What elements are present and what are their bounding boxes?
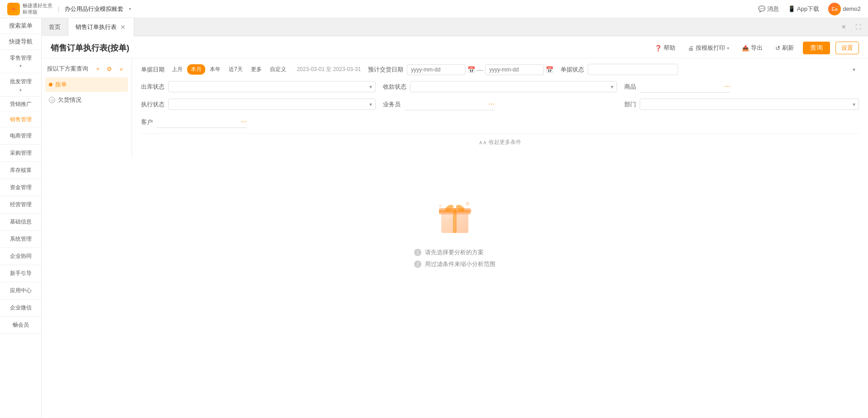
tab-bar: 首页 销售订单执行表 ✕ ✕ ⛶ <box>42 18 868 36</box>
empty-state-icon <box>432 192 477 238</box>
export-label: 导出 <box>751 44 763 52</box>
calendar-start-icon[interactable]: 📅 <box>467 66 475 73</box>
sidebar-item-appstore-label: 应用中心 <box>10 287 32 294</box>
sidebar-item-member[interactable]: 畅会员 <box>0 317 41 334</box>
payment-status-select[interactable] <box>410 81 618 92</box>
template-print-arrow-icon: ▾ <box>727 46 729 51</box>
tab-sales-order-close[interactable]: ✕ <box>119 24 127 31</box>
sidebar-sub-item-marketing[interactable]: 营销推广 <box>0 97 41 112</box>
help-button[interactable]: ❓ 帮助 <box>651 42 679 54</box>
settings-scheme-button[interactable]: ⚙ <box>104 64 114 74</box>
sidebar: 搜索菜单 快捷导航 零售管理 ▾ 批发管理 ▴ 营销推广 销售管理 电商管理 采… <box>0 18 42 418</box>
add-scheme-button[interactable]: ＋ <box>93 64 103 74</box>
filter-row-4: 客户 ··· <box>141 116 859 128</box>
refresh-label: 刷新 <box>782 44 794 52</box>
sidebar-item-purchase[interactable]: 采购管理 <box>0 145 41 162</box>
collapse-conditions-button[interactable]: ∧∧ 收起更多条件 <box>473 137 527 148</box>
sidebar-item-appstore[interactable]: 应用中心 <box>0 282 41 299</box>
sidebar-search-menu[interactable]: 搜索菜单 <box>0 18 41 34</box>
date-separator: — <box>477 66 483 73</box>
collapse-bar: ∧∧ 收起更多条件 <box>141 133 859 151</box>
sidebar-item-retail[interactable]: 零售管理 ▾ <box>0 50 41 73</box>
message-action[interactable]: 💬 消息 <box>758 5 779 13</box>
svg-point-8 <box>466 202 469 205</box>
app-download-action[interactable]: 📱 App下载 <box>788 5 819 13</box>
export-button[interactable]: 📤 导出 <box>738 42 766 54</box>
page-header: 销售订单执行表(按单) ❓ 帮助 🖨 按模板打印 ▾ 📤 导出 <box>42 36 868 58</box>
salesperson-more-icon[interactable]: ··· <box>488 100 494 108</box>
empty-line-1: 请先选择要分析的方案 <box>425 248 484 256</box>
department-select[interactable] <box>640 99 859 110</box>
sidebar-item-basic[interactable]: 基础信息 <box>0 214 41 231</box>
sidebar-item-newbie[interactable]: 新手引导 <box>0 265 41 282</box>
panel-header: 按以下方案查询 ＋ ⚙ « <box>45 64 128 74</box>
left-panel: 按以下方案查询 ＋ ⚙ « <box>42 58 132 156</box>
nav-item-overdue[interactable]: ◷ 欠货情况 <box>45 93 128 107</box>
tab-home[interactable]: 首页 <box>42 18 68 36</box>
logo-area: 畅捷通好生意 标准版 <box>7 3 52 15</box>
sidebar-item-system-label: 系统管理 <box>10 235 32 243</box>
tab-close-button[interactable]: ✕ <box>837 21 850 33</box>
refresh-button[interactable]: ↺ 刷新 <box>772 42 797 54</box>
delivery-date-end[interactable] <box>485 64 544 75</box>
outbound-status-select[interactable] <box>168 81 376 92</box>
execution-status-select[interactable] <box>168 99 376 110</box>
empty-text-item-2: 2 用过滤条件来缩小分析范围 <box>414 260 495 268</box>
sidebar-item-inventory[interactable]: 库存核算 <box>0 162 41 179</box>
sidebar-item-wechat[interactable]: 企业微信 <box>0 299 41 317</box>
salesperson-input[interactable] <box>404 101 489 108</box>
tab-maximize-button[interactable]: ⛶ <box>852 21 864 33</box>
sidebar-sub-marketing-label: 营销推广 <box>10 100 32 108</box>
sidebar-item-wholesale[interactable]: 批发管理 ▴ <box>0 73 41 97</box>
order-status-select[interactable] <box>588 64 678 75</box>
user-area[interactable]: Ea demo2 <box>828 3 861 15</box>
date-btn-last-month[interactable]: 上月 <box>168 64 186 75</box>
list-num-2: 2 <box>414 261 421 268</box>
template-print-button[interactable]: 🖨 按模板打印 ▾ <box>684 42 733 54</box>
sidebar-item-enterprise[interactable]: 企业协同 <box>0 248 41 265</box>
tab-sales-order[interactable]: 销售订单执行表 ✕ <box>68 18 134 36</box>
sidebar-sub-item-sales[interactable]: 销售管理 <box>0 112 41 128</box>
sidebar-item-basic-label: 基础信息 <box>10 218 32 226</box>
date-filter-group: 单据日期 上月 本月 本年 近7天 更多 自定义 2023-03-01 至 20… <box>141 64 361 75</box>
sidebar-item-ecommerce[interactable]: 电商管理 <box>0 128 41 145</box>
sidebar-item-operations-label: 经营管理 <box>10 201 32 209</box>
sidebar-item-finance[interactable]: 资金管理 <box>0 179 41 196</box>
date-btn-more[interactable]: 更多 <box>247 64 265 75</box>
delivery-date-group: 预计交货日期 📅 — 📅 <box>368 64 553 75</box>
sidebar-item-system[interactable]: 系统管理 <box>0 231 41 248</box>
customer-input[interactable] <box>156 119 241 125</box>
collapse-btn-label: 收起更多条件 <box>489 138 521 146</box>
settings-scheme-icon: ⚙ <box>107 66 112 72</box>
page-actions: ❓ 帮助 🖨 按模板打印 ▾ 📤 导出 ↺ 刷新 <box>651 42 859 54</box>
query-button[interactable]: 查询 <box>803 42 830 54</box>
breadcrumb-dropdown-icon[interactable]: ▾ <box>129 6 131 11</box>
sidebar-item-operations[interactable]: 经营管理 <box>0 196 41 214</box>
top-header: 畅捷通好生意 标准版 | 办公用品行业模拟账套 ▾ 💬 消息 📱 App下载 E… <box>0 0 868 18</box>
collapse-panel-button[interactable]: « <box>116 64 126 74</box>
outbound-status-label: 出库状态 <box>141 83 165 91</box>
date-btn-this-month[interactable]: 本月 <box>187 64 205 75</box>
department-label: 部门 <box>624 100 636 109</box>
sidebar-item-retail-label: 零售管理 <box>10 54 32 62</box>
sidebar-quick-nav[interactable]: 快捷导航 <box>0 34 41 50</box>
product-more-icon[interactable]: ··· <box>724 82 730 90</box>
settings-button[interactable]: 设置 <box>835 42 859 54</box>
message-icon: 💬 <box>758 5 765 12</box>
product-label: 商品 <box>624 83 636 91</box>
outbound-status-group: 出库状态 <box>141 81 376 92</box>
calendar-end-icon[interactable]: 📅 <box>546 66 553 73</box>
nav-item-by-order[interactable]: 按单 <box>45 77 128 92</box>
query-label: 查询 <box>810 44 823 52</box>
date-btn-last-7days[interactable]: 近7天 <box>225 64 246 75</box>
salesperson-group: 业务员 ··· <box>383 98 618 110</box>
date-btn-custom[interactable]: 自定义 <box>266 64 290 75</box>
customer-more-icon[interactable]: ··· <box>241 118 247 126</box>
breadcrumb[interactable]: 办公用品行业模拟账套 <box>65 5 123 13</box>
date-btn-this-year[interactable]: 本年 <box>206 64 224 75</box>
app-download-label: App下载 <box>797 5 819 13</box>
delivery-date-start[interactable] <box>407 64 466 75</box>
product-input[interactable] <box>640 83 724 90</box>
content-area: 首页 销售订单执行表 ✕ ✕ ⛶ 销售订单执行表(按单) ❓ 帮助 <box>42 18 868 418</box>
empty-line-2: 用过滤条件来缩小分析范围 <box>425 260 495 268</box>
